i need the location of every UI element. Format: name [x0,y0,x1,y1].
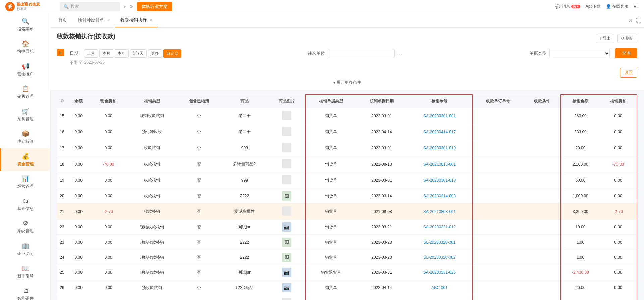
inventory-icon: 📦 [22,130,29,137]
slip-no-link[interactable]: SA-20210808-001 [423,209,456,214]
slip-no-link[interactable]: SA-20230321-012 [423,225,456,229]
td-include-settled: 否 [177,108,221,124]
td-id: 22 [57,220,67,235]
date-btn-this-month[interactable]: 本月 [99,49,113,58]
tab-receipt-offset-close[interactable]: × [150,18,152,23]
product-thumbnail: 🖼 [282,253,291,262]
th-settings[interactable]: ⚙ [57,95,67,108]
date-btn-custom[interactable]: 自定义 [163,49,181,58]
single-type-select[interactable] [549,49,610,58]
td-id: 15 [57,108,67,124]
td-offset-slip-no: SA-20230321-012 [407,220,473,235]
smart-hw-icon: 🖥 [22,287,29,294]
td-balance: 0.00 [67,108,90,124]
td-offset-slip-no: SA-20230301-010 [407,172,473,188]
sidebar-item-purchase[interactable]: 🛒 采购管理 [0,103,50,126]
td-offset-type: 现结收款核销 [127,235,177,250]
tab-home[interactable]: 首页 [53,14,72,27]
slip-no-link[interactable]: SL-20230328-002 [423,255,455,260]
slip-no-link[interactable]: SA-20230414-017 [423,130,456,134]
sidebar-item-search-menu[interactable]: 🔍 搜索菜单 [0,13,50,36]
online-service-link[interactable]: 👤 在线客服 [606,4,628,9]
date-btn-7days[interactable]: 近7天 [130,49,147,58]
td-offset-discount: 0.00 [600,220,637,235]
tab-prepay-close[interactable]: × [107,18,110,23]
slip-no-link[interactable]: SA-20230314-008 [423,194,456,198]
td-receipt-condition [524,156,561,172]
td-offset-slip-type: 销货单 [306,140,357,156]
tab-prepay[interactable]: 预付冲应付单 × [72,14,115,27]
expand-more-conditions[interactable]: ▾ 展开更多条件 [57,78,637,86]
slip-no-link[interactable]: SA-20230331-026 [423,270,456,275]
slip-no-link[interactable]: SA-20230301-010 [423,178,456,183]
user-name: Rit [634,4,639,9]
sidebar-item-sales[interactable]: 📋 销售管理 [0,81,50,103]
sidebar-item-system[interactable]: ⚙ 系统管理 [0,216,50,238]
sidebar-item-basic-info[interactable]: 🗂 基础信息 [0,194,50,216]
sidebar-item-business[interactable]: 📊 经营管理 [0,171,50,194]
export-button[interactable]: ↑ 导出 [596,34,614,43]
basic-info-icon: 🗂 [22,198,29,205]
td-id: 24 [57,250,67,265]
date-btn-this-year[interactable]: 本年 [115,49,129,58]
table-row: 20 0.00 0.00 收款核销 否 2222 🖼 销货单 2023-03-1… [57,188,637,204]
td-balance: 0.00 [67,188,90,204]
td-offset-type: 预付冲应收 [127,124,177,140]
sidebar-item-quick-nav[interactable]: 🏠 快捷导航 [0,36,50,58]
sidebar-label-inventory: 库存核算 [17,139,34,144]
slip-no-link[interactable]: SL-20230328-001 [423,240,455,245]
td-offset-slip-date: 2023-04-14 [357,124,407,140]
td-receipt-order-no [473,188,524,204]
date-btn-more[interactable]: 更多 [148,49,162,58]
sidebar-item-inventory[interactable]: 📦 库存核算 [0,126,50,148]
refresh-button[interactable]: ↺ 刷新 [617,34,637,43]
slip-no-link[interactable]: SA-20210813-001 [423,162,456,167]
slip-no-link[interactable]: ABC-001 [431,285,448,290]
date-btn-last-month[interactable]: 上月 [84,49,98,58]
sidebar-item-smart-hw[interactable]: 🖥 智能硬件 [0,283,50,300]
slip-no-link[interactable]: SA-20230301-010 [423,146,456,151]
td-offset-type: 现结收款核销 [127,265,177,280]
td-offset-discount: 0.00 [600,235,637,250]
td-offset-amount: 100.00 [561,295,600,300]
sidebar-item-corp[interactable]: 🏢 企业协同 [0,238,50,261]
td-offset-slip-no: SA-20210813-001 [407,156,473,172]
td-balance: 0.00 [67,172,90,188]
td-receipt-condition [524,204,561,220]
industry-solution-button[interactable]: 体验行业方案 [137,2,172,11]
product-thumbnail: 📷 [282,222,291,232]
tab-receipt-offset[interactable]: 收款核销执行 × [115,14,158,27]
tab-maximize-icon[interactable]: ⛶ [636,17,641,24]
td-offset-amount: -2,430.00 [561,265,600,280]
top-search-placeholder: 🔍 搜索 [60,2,120,11]
td-receipt-condition [524,108,561,124]
page-content: 收款核销执行(按收款) ↑ 导出 ↺ 刷新 [50,28,644,300]
td-id: 23 [57,235,67,250]
sidebar-item-marketing[interactable]: 📢 营销推广 [0,58,50,81]
page-title: 收款核销执行(按收款) [57,32,115,40]
dropdown-arrow-icon[interactable]: ▾ [123,3,126,10]
settings-button[interactable]: 设置 [620,68,637,78]
logo-icon: 畅 [5,2,15,11]
td-receipt-order-no [473,235,524,250]
message-area[interactable]: 💬 消息 99+ [555,4,580,9]
sidebar-label-basic-info: 基础信息 [17,206,34,212]
sidebar-item-guide[interactable]: 📖 新手引导 [0,261,50,283]
td-offset-slip-date: 2023-03-28 [357,235,407,250]
td-offset-slip-type: 销货单 [306,295,357,300]
app-download-link[interactable]: App下载 [586,4,601,9]
td-product-img [268,140,305,156]
query-button[interactable]: 查询 [615,48,637,58]
td-offset-slip-type: 销货单 [306,156,357,172]
settings-top-icon[interactable]: ⚙ [129,4,133,9]
slip-no-link[interactable]: SA-20230301-001 [423,114,456,118]
sidebar-item-finance[interactable]: 💰 资金管理 [0,148,50,171]
filter-expand-icon[interactable]: » [57,49,64,56]
td-product-img: 📷 [268,220,305,235]
message-label: 消息 [562,4,570,9]
tab-close-icon[interactable]: ✕ [628,17,633,24]
td-offset-slip-no: ABC-001 [407,280,473,295]
from-unit-input[interactable] [328,49,395,58]
td-include-settled: 否 [177,140,221,156]
table-row: 25 0.00 0.00 现结收款核销 否 测试jun 📷 销货退货单 2023… [57,265,637,280]
